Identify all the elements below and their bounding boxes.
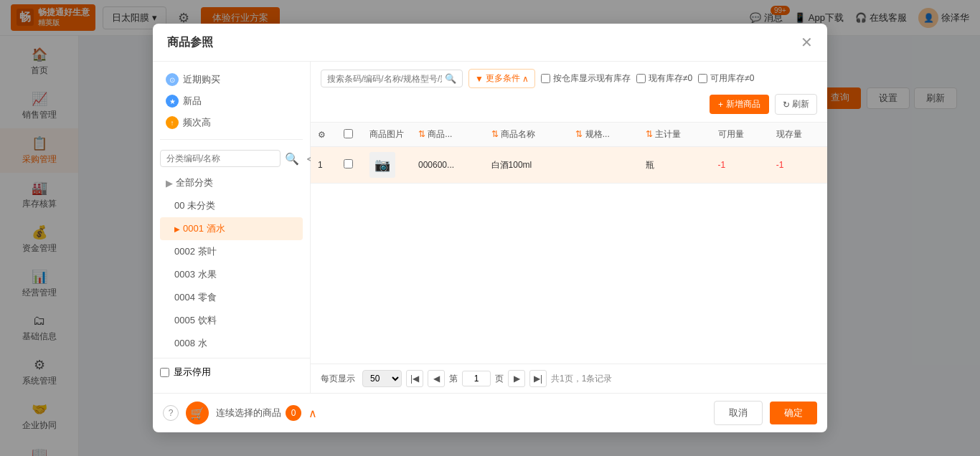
page-number-input[interactable] [462,371,491,386]
available-stock-nonzero-checkbox[interactable] [698,74,707,83]
table-header-row: ⚙ 商品图片 ⇅ 商品... [311,123,827,147]
quick-filters: ⊙ 近期购买 ★ 新品 ↑ 频次高 [153,69,310,133]
product-table: ⚙ 商品图片 ⇅ 商品... [311,123,827,184]
filter-label: 更多条件 [486,72,520,85]
help-icon[interactable]: ? [163,405,179,421]
continuous-select-label: 连续选择的商品 [216,407,281,419]
new-product-btn-label: 新增商品 [726,98,760,110]
cell-spec [568,147,639,184]
select-all-checkbox[interactable] [344,129,353,138]
category-0002[interactable]: 0002 茶叶 [160,240,303,263]
show-disabled-row: 显示停用 [153,358,310,386]
modal-right-panel: 🔍 ▼ 更多条件 ∧ 按仓库显示现有库存 现有库存≠0 [311,62,827,393]
show-disabled-label: 显示停用 [174,366,211,379]
cell-stock: -1 [769,147,827,184]
category-0001[interactable]: ▶ 0001 酒水 [160,217,303,240]
th-spec: ⇅ 规格... [568,123,639,147]
modal-close-button[interactable]: ✕ [801,34,813,51]
th-unit-label: 主计量 [655,129,681,139]
new-product-label: 新品 [183,95,202,108]
available-stock-nonzero-filter[interactable]: 可用库存≠0 [698,72,754,85]
last-page-button[interactable]: ▶| [529,370,547,387]
refresh-small-button[interactable]: ↻ 刷新 [775,94,817,115]
new-product-button[interactable]: + 新增商品 [710,95,769,114]
confirm-button[interactable]: 确定 [770,402,817,424]
th-check [336,123,362,147]
category-00[interactable]: 00 未分类 [160,194,303,217]
refresh-label: 刷新 [792,98,809,110]
table-row[interactable]: 1 📷 000600... 白酒100ml 瓶 [311,147,827,184]
product-reference-modal: 商品参照 ✕ ⊙ 近期购买 ★ 新品 ↑ 频次高 [153,24,827,432]
product-search-input[interactable] [327,74,442,84]
filter-icon: ▼ [475,74,484,84]
refresh-icon: ↻ [783,100,790,110]
quick-recent-purchase[interactable]: ⊙ 近期购买 [160,69,303,90]
th-available-label: 可用量 [718,129,744,139]
category-0005-label: 0005 饮料 [174,314,217,327]
cancel-button[interactable]: 取消 [714,401,763,425]
th-unit: ⇅ 主计量 [639,123,711,147]
current-stock-nonzero-label: 现有库存≠0 [649,72,692,85]
quick-frequent[interactable]: ↑ 频次高 [160,112,303,133]
modal-left-panel: ⊙ 近期购买 ★ 新品 ↑ 频次高 🔍 ≪ [153,62,311,393]
th-stock: 现存量 [769,123,827,147]
th-name: ⇅ 商品名称 [484,123,569,147]
cell-code: 000600... [411,147,484,184]
category-all-label: 全部分类 [176,176,213,189]
th-name-label: 商品名称 [501,129,535,139]
sort-icon-spec: ⇅ [575,129,583,139]
settings-icon-th[interactable]: ⚙ [318,130,326,140]
first-page-button[interactable]: |◀ [406,370,423,387]
sort-icon-name: ⇅ [491,129,499,139]
th-code-label: 商品... [428,129,452,139]
stock-by-warehouse-checkbox[interactable] [541,74,550,83]
th-img-label: 商品图片 [369,129,404,139]
sort-icon-unit: ⇅ [646,129,653,139]
category-all[interactable]: ▶ 全部分类 [160,171,303,194]
cart-button[interactable]: 🛒 [186,402,209,424]
next-page-button[interactable]: ▶ [508,370,525,387]
th-available: 可用量 [711,123,769,147]
category-0003[interactable]: 0003 水果 [160,263,303,286]
category-search-input[interactable] [160,150,281,167]
frequent-label: 频次高 [183,116,211,129]
plus-icon: + [718,100,723,110]
show-disabled-checkbox[interactable] [160,368,169,377]
category-0008[interactable]: 0008 水 [160,332,303,355]
stock-by-warehouse-filter[interactable]: 按仓库显示现有库存 [541,72,631,85]
category-0004[interactable]: 0004 零食 [160,286,303,309]
product-search-icon[interactable]: 🔍 [445,73,456,84]
category-0004-label: 0004 零食 [174,291,217,304]
modal-toolbar: 🔍 ▼ 更多条件 ∧ 按仓库显示现有库存 现有库存≠0 [311,62,827,123]
category-0002-label: 0002 茶叶 [174,245,217,258]
modal-title: 商品参照 [167,35,213,50]
pagination-bar: 每页显示 50 100 |◀ ◀ 第 页 ▶ ▶| 共1页，1条记录 [311,364,827,393]
page-total-info: 共1页，1条记录 [551,373,612,385]
per-page-select[interactable]: 50 100 [362,370,402,387]
quick-new-product[interactable]: ★ 新品 [160,90,303,112]
category-search-icon[interactable]: 🔍 [285,152,299,166]
prev-page-button[interactable]: ◀ [428,370,445,387]
cell-unit: 瓶 [639,147,711,184]
per-page-label: 每页显示 [321,373,355,385]
modal-body: ⊙ 近期购买 ★ 新品 ↑ 频次高 🔍 ≪ [153,62,827,393]
th-stock-label: 现存量 [776,129,802,139]
more-filters-button[interactable]: ▼ 更多条件 ∧ [468,69,535,88]
continuous-select-area: 连续选择的商品 0 [216,405,301,421]
category-0001-label: 0001 酒水 [183,222,225,235]
current-stock-nonzero-checkbox[interactable] [636,74,646,83]
page-text2: 页 [495,373,504,385]
category-0003-label: 0003 水果 [174,268,217,281]
category-0005[interactable]: 0005 饮料 [160,309,303,332]
page-text: 第 [449,373,458,385]
row-checkbox[interactable] [344,159,353,168]
th-spec-label: 规格... [585,129,610,139]
continuous-count-badge: 0 [286,405,301,421]
th-code: ⇅ 商品... [411,123,484,147]
current-stock-nonzero-filter[interactable]: 现有库存≠0 [636,72,692,85]
active-arrow-icon: ▶ [174,225,180,233]
collapse-bottom-icon[interactable]: ∧ [308,407,317,420]
stock-by-warehouse-label: 按仓库显示现有库存 [553,72,631,85]
th-img: 商品图片 [362,123,411,147]
new-product-icon: ★ [166,95,179,108]
